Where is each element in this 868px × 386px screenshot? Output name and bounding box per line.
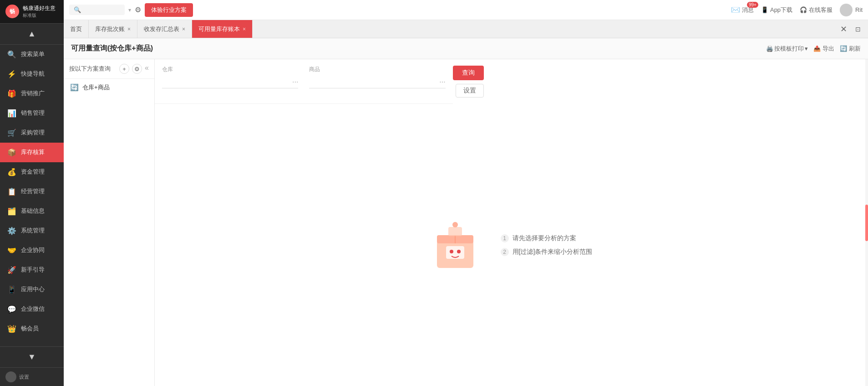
- sidebar-item-operations[interactable]: 📋 经营管理: [0, 182, 64, 201]
- tab-available-qty[interactable]: 可用量库存账本 ×: [192, 20, 253, 38]
- tab-receipt-summary[interactable]: 收发存汇总表 ×: [137, 20, 192, 38]
- dropdown-arrow-icon[interactable]: ▾: [128, 7, 131, 13]
- sidebar-scroll-down[interactable]: ▼: [20, 349, 43, 365]
- svg-point-6: [450, 250, 453, 253]
- search-icon: 🔍: [7, 50, 16, 59]
- expand-button[interactable]: ⊡: [852, 23, 864, 36]
- user-avatar: [840, 4, 853, 16]
- print-button[interactable]: 🖨️ 按模板打印 ▾: [766, 45, 808, 53]
- collapse-panel-button[interactable]: «: [145, 64, 149, 74]
- filter-item-label: 仓库+商品: [82, 83, 110, 92]
- industry-button[interactable]: 体验行业方案: [145, 3, 193, 17]
- add-filter-button[interactable]: +: [119, 64, 129, 74]
- right-scrollbar[interactable]: [865, 205, 868, 241]
- sidebar-item-search[interactable]: 🔍 搜索菜单: [0, 45, 64, 64]
- sidebar-item-marketing[interactable]: 🎁 营销推广: [0, 84, 64, 103]
- sidebar-title: 畅康通好生意: [23, 5, 56, 12]
- warehouse-more-icon[interactable]: ···: [292, 78, 298, 86]
- sidebar-item-wechat[interactable]: 💬 企业微信: [0, 299, 64, 319]
- topbar: 🔍 ▾ ⚙ 体验行业方案 ✉️ 消息 99+ 📱 App下载 🎧 在线客服: [64, 0, 868, 20]
- message-button[interactable]: ✉️ 消息 99+: [731, 5, 754, 14]
- sidebar-menu: 🔍 搜索菜单 ⚡ 快捷导航 🎁 营销推广 📊 销售管理 🛒 采购管理 📦 库存核…: [0, 45, 64, 346]
- service-label: 在线客服: [809, 6, 832, 14]
- sidebar-item-shortcut[interactable]: ⚡ 快捷导航: [0, 64, 64, 84]
- sidebar-item-inventory[interactable]: 📦 库存核算: [0, 143, 64, 162]
- filter-item-warehouse-goods[interactable]: 🔄 仓库+商品: [64, 79, 154, 96]
- user-avatar: [5, 371, 16, 382]
- topbar-search-input[interactable]: [84, 7, 120, 13]
- sidebar-item-label: 畅会员: [21, 324, 39, 333]
- filter-settings-button[interactable]: ⚙: [132, 64, 142, 74]
- tab-receipt-summary-close[interactable]: ×: [182, 26, 185, 32]
- sidebar: 畅 畅康通好生意 标准版 ▲ 🔍 搜索菜单 ⚡ 快捷导航 🎁 营销推广 📊 销售…: [0, 0, 64, 386]
- sidebar-item-purchase[interactable]: 🛒 采购管理: [0, 123, 64, 143]
- apps-icon: 📱: [7, 285, 16, 294]
- goods-more-icon[interactable]: ···: [439, 78, 445, 86]
- page-actions: 🖨️ 按模板打印 ▾ 📤 导出 🔄 刷新: [766, 45, 861, 53]
- tab-batch-account[interactable]: 库存批次账 ×: [89, 20, 137, 38]
- inventory-icon: 📦: [7, 148, 16, 157]
- refresh-label: 刷新: [849, 45, 861, 53]
- tab-available-qty-close[interactable]: ×: [243, 26, 246, 32]
- export-icon: 📤: [813, 45, 821, 52]
- online-service-button[interactable]: 🎧 在线客服: [800, 6, 832, 14]
- sidebar-item-member[interactable]: 👑 畅会员: [0, 319, 64, 339]
- empty-tip-1-text: 请先选择要分析的方案: [513, 234, 576, 242]
- sidebar-item-basic[interactable]: 🗂️ 基础信息: [0, 201, 64, 221]
- close-all-tabs-button[interactable]: ✕: [837, 23, 850, 36]
- main-area: 🔍 ▾ ⚙ 体验行业方案 ✉️ 消息 99+ 📱 App下载 🎧 在线客服: [64, 0, 868, 386]
- tab-receipt-summary-label: 收发存汇总表: [144, 25, 179, 33]
- tab-home[interactable]: 首页: [64, 20, 89, 38]
- sidebar-item-enterprise[interactable]: 🤝 企业协同: [0, 241, 64, 260]
- app-download-button[interactable]: 📱 App下载: [761, 6, 792, 14]
- sidebar-item-system[interactable]: ⚙️ 系统管理: [0, 221, 64, 241]
- basic-icon: 🗂️: [7, 207, 16, 216]
- operations-icon: 📋: [7, 187, 16, 196]
- refresh-button[interactable]: 🔄 刷新: [840, 45, 861, 53]
- sidebar-item-sales[interactable]: 📊 销售管理: [0, 103, 64, 123]
- system-icon: ⚙️: [7, 226, 16, 235]
- service-icon: 🎧: [800, 6, 807, 13]
- sidebar-item-label: 应用中心: [21, 285, 45, 293]
- sidebar-item-finance[interactable]: 💰 资金管理: [0, 162, 64, 182]
- sidebar-item-newbie[interactable]: 🚀 新手引导: [0, 260, 64, 280]
- svg-point-1: [843, 11, 850, 15]
- sidebar-bottom-text: 设置: [19, 374, 29, 381]
- sidebar-item-apps[interactable]: 📱 应用中心: [0, 280, 64, 299]
- sidebar-scroll-up[interactable]: ▲: [20, 26, 43, 42]
- query-button[interactable]: 查询: [453, 66, 484, 80]
- tabbar-actions: ✕ ⊡: [833, 20, 868, 38]
- tab-batch-account-close[interactable]: ×: [127, 26, 131, 32]
- empty-box-illustration: [428, 218, 482, 277]
- mobile-icon: 📱: [761, 6, 768, 13]
- warehouse-input[interactable]: [162, 79, 289, 86]
- page-titlebar: 可用量查询(按仓库+商品) 🖨️ 按模板打印 ▾ 📤 导出 🔄 刷新: [64, 38, 868, 59]
- finance-icon: 💰: [7, 168, 16, 176]
- empty-tips: 1 请先选择要分析的方案 2 用[过滤]条件来缩小分析范围: [501, 234, 593, 256]
- newbie-icon: 🚀: [7, 266, 16, 274]
- shortcut-icon: ⚡: [7, 70, 16, 78]
- sidebar-header: 畅 畅康通好生意 标准版: [0, 0, 64, 24]
- username-label: Rit: [855, 6, 863, 13]
- sidebar-logo: 畅: [5, 5, 19, 18]
- search-icon: 🔍: [74, 6, 81, 13]
- goods-label: 商品: [309, 66, 445, 73]
- message-badge: 99+: [747, 2, 758, 8]
- topbar-search-box[interactable]: 🔍: [69, 5, 125, 15]
- settings-button[interactable]: 设置: [456, 84, 484, 98]
- tab-batch-account-label: 库存批次账: [95, 25, 125, 33]
- goods-input[interactable]: [309, 79, 437, 86]
- sidebar-item-label: 系统管理: [21, 226, 45, 235]
- filter-title: 按以下方案查询: [69, 65, 111, 73]
- sidebar-item-label: 库存核算: [21, 148, 45, 156]
- print-label: 按模板打印: [774, 45, 804, 53]
- sidebar-item-label: 销售管理: [21, 109, 45, 117]
- export-button[interactable]: 📤 导出: [813, 45, 834, 53]
- tabbar: 首页 库存批次账 × 收发存汇总表 × 可用量库存账本 × ✕ ⊡: [64, 20, 868, 38]
- warehouse-label: 仓库: [162, 66, 298, 73]
- sidebar-item-label: 经营管理: [21, 187, 45, 196]
- filter-item-icon: 🔄: [70, 83, 79, 92]
- query-panel: 仓库 ··· 商品 ··· 查询: [155, 59, 865, 386]
- purchase-icon: 🛒: [7, 129, 16, 137]
- gear-icon[interactable]: ⚙: [135, 5, 141, 14]
